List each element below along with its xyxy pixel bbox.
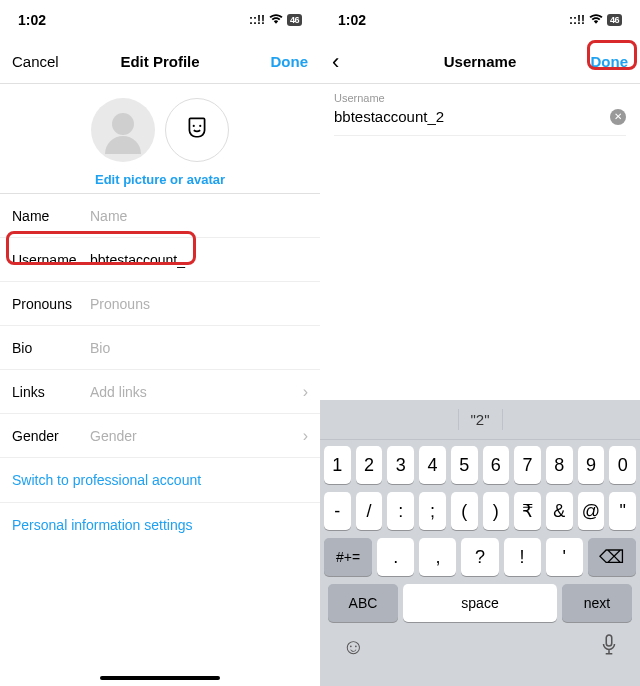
chevron-right-icon: › <box>303 383 308 401</box>
key-5[interactable]: 5 <box>451 446 478 484</box>
status-indicators: ::!! 46 <box>569 13 622 27</box>
key-abc[interactable]: ABC <box>328 584 398 622</box>
nav-title: Edit Profile <box>72 53 248 70</box>
avatar-section: Edit picture or avatar <box>0 84 320 193</box>
chevron-right-icon: › <box>303 427 308 445</box>
battery-icon: 46 <box>607 14 622 26</box>
key-backspace[interactable]: ⌫ <box>588 538 636 576</box>
key-symbols-toggle[interactable]: #+= <box>324 538 372 576</box>
dual-sim-icon: ::!! <box>249 13 265 27</box>
key-1[interactable]: 1 <box>324 446 351 484</box>
keyboard-suggestion-bar: "2" <box>320 400 640 440</box>
avatar-face-icon <box>184 114 210 146</box>
name-value: Name <box>90 208 308 224</box>
name-label: Name <box>12 208 90 224</box>
key-9[interactable]: 9 <box>578 446 605 484</box>
status-indicators: ::!! 46 <box>249 13 302 27</box>
pronouns-label: Pronouns <box>12 296 90 312</box>
username-input-value: bbtestaccount_2 <box>334 108 444 125</box>
username-input-area: Username bbtestaccount_2 ✕ <box>320 84 640 136</box>
username-value: bbtestaccount_ <box>90 252 308 268</box>
keyboard-row-4: ABC space next <box>324 584 636 622</box>
key-semicolon[interactable]: ; <box>419 492 446 530</box>
key-dash[interactable]: - <box>324 492 351 530</box>
nav-title: Username <box>392 53 568 70</box>
links-row[interactable]: Links Add links › <box>0 370 320 414</box>
status-bar: 1:02 ::!! 46 <box>0 0 320 40</box>
form-section: Name Name Username bbtestaccount_ Pronou… <box>0 193 320 547</box>
gender-row[interactable]: Gender Gender › <box>0 414 320 458</box>
key-next[interactable]: next <box>562 584 632 622</box>
keyboard-row-1: 1 2 3 4 5 6 7 8 9 0 <box>324 446 636 484</box>
done-button[interactable]: Done <box>568 53 628 70</box>
cancel-button[interactable]: Cancel <box>12 53 72 70</box>
key-rupee[interactable]: ₹ <box>514 492 541 530</box>
key-space[interactable]: space <box>403 584 557 622</box>
keyboard-footer: ☺ <box>320 628 640 662</box>
backspace-icon: ⌫ <box>599 546 624 568</box>
bio-label: Bio <box>12 340 90 356</box>
dual-sim-icon: ::!! <box>569 13 585 27</box>
avatar-option[interactable] <box>165 98 229 162</box>
username-input-label: Username <box>334 92 626 104</box>
key-period[interactable]: . <box>377 538 414 576</box>
gender-value: Gender <box>90 428 303 444</box>
keyboard-row-3: #+= . , ? ! ' ⌫ <box>324 538 636 576</box>
key-4[interactable]: 4 <box>419 446 446 484</box>
key-quote[interactable]: " <box>609 492 636 530</box>
key-apostrophe[interactable]: ' <box>546 538 583 576</box>
key-2[interactable]: 2 <box>356 446 383 484</box>
wifi-icon <box>589 13 603 27</box>
emoji-button[interactable]: ☺ <box>342 634 364 662</box>
key-7[interactable]: 7 <box>514 446 541 484</box>
username-edit-screen: 1:02 ::!! 46 ‹ Username Done Username bb… <box>320 0 640 686</box>
status-time: 1:02 <box>338 12 366 28</box>
done-button[interactable]: Done <box>248 53 308 70</box>
back-button[interactable]: ‹ <box>332 49 392 75</box>
name-row[interactable]: Name Name <box>0 194 320 238</box>
pronouns-value: Pronouns <box>90 296 308 312</box>
keyboard-suggestion[interactable]: "2" <box>458 409 503 430</box>
key-comma[interactable]: , <box>419 538 456 576</box>
key-6[interactable]: 6 <box>483 446 510 484</box>
svg-rect-2 <box>606 635 612 646</box>
key-8[interactable]: 8 <box>546 446 573 484</box>
pronouns-row[interactable]: Pronouns Pronouns <box>0 282 320 326</box>
profile-picture-placeholder[interactable] <box>91 98 155 162</box>
keyboard-row-2: - / : ; ( ) ₹ & @ " <box>324 492 636 530</box>
keyboard: "2" 1 2 3 4 5 6 7 8 9 0 - / : ; ( ) <box>320 400 640 686</box>
key-lparen[interactable]: ( <box>451 492 478 530</box>
edit-picture-link[interactable]: Edit picture or avatar <box>95 172 225 187</box>
username-row[interactable]: Username bbtestaccount_ <box>0 238 320 282</box>
edit-profile-screen: 1:02 ::!! 46 Cancel Edit Profile Done Ed <box>0 0 320 686</box>
clear-input-button[interactable]: ✕ <box>610 109 626 125</box>
key-3[interactable]: 3 <box>387 446 414 484</box>
links-value: Add links <box>90 384 303 400</box>
switch-professional-link[interactable]: Switch to professional account <box>0 458 320 503</box>
status-bar: 1:02 ::!! 46 <box>320 0 640 40</box>
username-input[interactable]: bbtestaccount_2 ✕ <box>334 104 626 136</box>
bio-row[interactable]: Bio Bio <box>0 326 320 370</box>
username-label: Username <box>12 252 90 268</box>
status-time: 1:02 <box>18 12 46 28</box>
key-amp[interactable]: & <box>546 492 573 530</box>
key-colon[interactable]: : <box>387 492 414 530</box>
key-at[interactable]: @ <box>578 492 605 530</box>
nav-bar: ‹ Username Done <box>320 40 640 84</box>
personal-info-link[interactable]: Personal information settings <box>0 503 320 547</box>
key-slash[interactable]: / <box>356 492 383 530</box>
bio-value: Bio <box>90 340 308 356</box>
links-label: Links <box>12 384 90 400</box>
svg-point-0 <box>193 125 195 127</box>
gender-label: Gender <box>12 428 90 444</box>
key-question[interactable]: ? <box>461 538 498 576</box>
key-exclaim[interactable]: ! <box>504 538 541 576</box>
home-indicator[interactable] <box>100 676 220 680</box>
key-0[interactable]: 0 <box>609 446 636 484</box>
dictation-button[interactable] <box>600 634 618 662</box>
nav-bar: Cancel Edit Profile Done <box>0 40 320 84</box>
svg-point-1 <box>199 125 201 127</box>
battery-icon: 46 <box>287 14 302 26</box>
wifi-icon <box>269 13 283 27</box>
key-rparen[interactable]: ) <box>483 492 510 530</box>
